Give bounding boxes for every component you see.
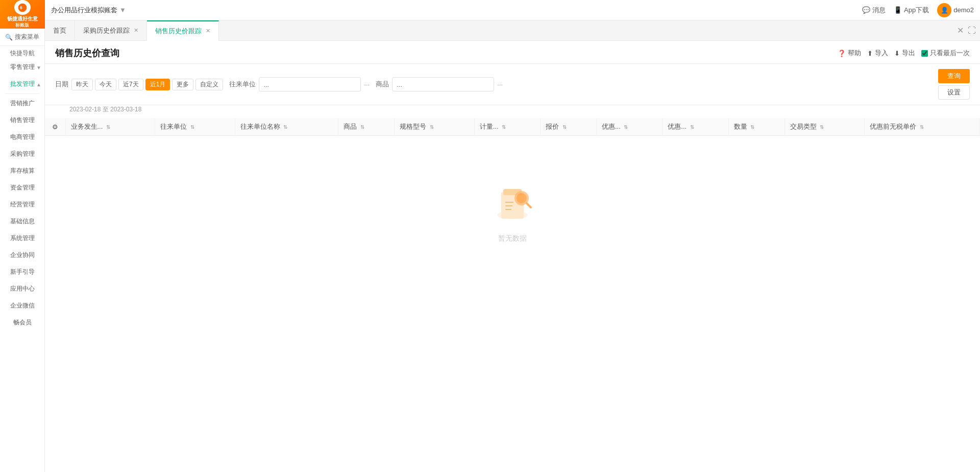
date-btn-custom[interactable]: 自定义: [195, 79, 223, 90]
table-container: ⚙ 业务发生... ⇅ 往来单位 ⇅ 往来单位名称 ⇅: [45, 118, 980, 284]
sort-icon-partner-name: ⇅: [283, 124, 287, 130]
app-download-label: App下载: [904, 6, 929, 15]
tab-purchase-history[interactable]: 采购历史价跟踪 ✕: [75, 20, 147, 41]
help-action[interactable]: ❓ 帮助: [838, 49, 861, 58]
sidebar-item-inventory[interactable]: 库存核算: [0, 162, 44, 179]
export-label: 导出: [902, 49, 915, 58]
sidebar-item-operation[interactable]: 经营管理: [0, 196, 44, 213]
query-button[interactable]: 查询: [938, 69, 970, 83]
col-partner-code[interactable]: 往来单位 ⇅: [155, 118, 235, 136]
sidebar-item-retail[interactable]: 零售管理 ▼: [0, 59, 44, 76]
user-profile-action[interactable]: 👤 demo2: [937, 3, 974, 17]
header-actions: 💬 消息 📱 App下载 👤 demo2: [862, 3, 974, 17]
settings-button[interactable]: 设置: [938, 85, 970, 100]
col-pretax-price[interactable]: 优惠前无税单价 ⇅: [864, 118, 979, 136]
col-goods[interactable]: 商品 ⇅: [338, 118, 395, 136]
partner-input[interactable]: [259, 77, 361, 91]
search-menu[interactable]: 🔍 搜索菜单: [0, 29, 44, 46]
sidebar-item-guide[interactable]: 新手引导: [0, 264, 44, 280]
tab-sales-history[interactable]: 销售历史价跟踪 ✕: [147, 20, 219, 41]
col-settings[interactable]: ⚙: [45, 118, 65, 136]
sidebar-item-finance[interactable]: 资金管理: [0, 179, 44, 196]
main-area: 办公用品行业模拟账套 ▼ 💬 消息 📱 App下载 👤 demo2 首页: [45, 0, 980, 472]
sidebar-divider-1: [5, 93, 40, 94]
col-discount2[interactable]: 优惠... ⇅: [663, 118, 728, 136]
goods-more-icon[interactable]: ···: [497, 81, 503, 88]
page-title-bar: 销售历史价查询 ❓ 帮助 ⬆ 导入 ⬇ 导出 只看最后一次: [45, 41, 980, 64]
message-action[interactable]: 💬 消息: [862, 6, 886, 15]
chevron-down-icon: ▼: [36, 64, 41, 70]
goods-label: 商品: [376, 80, 389, 89]
export-action[interactable]: ⬇ 导出: [894, 49, 915, 58]
sort-icon-unit: ⇅: [502, 124, 506, 130]
retail-label: 零售管理: [10, 63, 35, 72]
date-btn-more[interactable]: 更多: [172, 79, 193, 90]
tab-home[interactable]: 首页: [45, 20, 75, 41]
app-download-action[interactable]: 📱 App下载: [894, 6, 929, 15]
col-spec-label: 规格型号: [400, 123, 426, 130]
message-icon: 💬: [862, 6, 870, 14]
sidebar-item-system[interactable]: 系统管理: [0, 230, 44, 247]
basic-label: 基础信息: [10, 217, 35, 226]
sidebar-item-ecommerce[interactable]: 电商管理: [0, 129, 44, 146]
col-quantity[interactable]: 数量 ⇅: [728, 118, 785, 136]
tab-sales-history-label: 销售历史价跟踪: [155, 27, 202, 36]
username: demo2: [953, 6, 974, 14]
workspace-dropdown-icon[interactable]: ▼: [119, 6, 126, 14]
top-header: 办公用品行业模拟账套 ▼ 💬 消息 📱 App下载 👤 demo2: [45, 0, 980, 20]
app-sub: 标账版: [15, 22, 29, 29]
date-btn-1month[interactable]: 近1月: [145, 79, 170, 90]
col-partner-code-label: 往来单位: [160, 123, 187, 130]
tab-purchase-history-close[interactable]: ✕: [134, 27, 138, 34]
goods-input[interactable]: [392, 77, 494, 91]
date-label: 日期: [55, 80, 68, 89]
sidebar-item-member[interactable]: 畅会员: [0, 314, 44, 331]
date-buttons: 昨天 今天 近7天 近1月 更多 自定义: [71, 79, 223, 90]
avatar-icon: 👤: [941, 7, 948, 14]
tab-home-label: 首页: [53, 26, 66, 35]
tab-sales-history-close[interactable]: ✕: [206, 28, 210, 34]
sidebar-item-purchase[interactable]: 采购管理: [0, 146, 44, 162]
import-action[interactable]: ⬆ 导入: [867, 49, 888, 58]
partner-more-icon[interactable]: ···: [364, 81, 370, 88]
col-unit-label: 计量...: [480, 123, 499, 130]
partner-filter-group: 往来单位 ···: [229, 77, 370, 91]
date-btn-today[interactable]: 今天: [95, 79, 116, 90]
date-btn-7days[interactable]: 近7天: [118, 79, 143, 90]
member-label: 畅会员: [13, 318, 32, 327]
col-partner-name[interactable]: 往来单位名称 ⇅: [235, 118, 338, 136]
col-quantity-label: 数量: [734, 123, 747, 130]
col-price[interactable]: 报价 ⇅: [540, 118, 596, 136]
workspace-name: 办公用品行业模拟账套 ▼: [51, 6, 858, 15]
tab-purchase-history-label: 采购历史价跟踪: [83, 26, 130, 35]
sidebar-item-wholesale[interactable]: 批发管理 ▲: [0, 76, 44, 92]
only-last-label: 只看最后一次: [930, 49, 970, 58]
col-trade-type[interactable]: 交易类型 ⇅: [785, 118, 864, 136]
goods-filter-group: 商品 ···: [376, 77, 503, 91]
partner-label: 往来单位: [229, 80, 256, 89]
col-discount1[interactable]: 优惠... ⇅: [596, 118, 662, 136]
date-btn-yesterday[interactable]: 昨天: [71, 79, 93, 90]
import-label: 导入: [875, 49, 888, 58]
settings-icon[interactable]: ⚙: [52, 123, 58, 131]
marketing-label: 营销推广: [10, 99, 35, 108]
purchase-label: 采购管理: [10, 150, 35, 158]
col-discount2-label: 优惠...: [668, 123, 687, 130]
date-range-text: 2023-02-18 至 2023-03-18: [69, 106, 141, 113]
sidebar-item-basic[interactable]: 基础信息: [0, 213, 44, 230]
sidebar-item-wechat[interactable]: 企业微信: [0, 297, 44, 314]
appstore-label: 应用中心: [10, 285, 35, 293]
tab-maximize-icon[interactable]: ⛶: [968, 26, 976, 35]
sort-icon-partner-code: ⇅: [190, 124, 194, 130]
tab-close-all-icon[interactable]: ✕: [957, 26, 964, 35]
col-unit[interactable]: 计量... ⇅: [474, 118, 540, 136]
page-title-actions: ❓ 帮助 ⬆ 导入 ⬇ 导出 只看最后一次: [838, 49, 970, 58]
sidebar-item-marketing[interactable]: 营销推广: [0, 95, 44, 112]
col-spec[interactable]: 规格型号 ⇅: [395, 118, 474, 136]
col-biz-date[interactable]: 业务发生... ⇅: [65, 118, 155, 136]
only-last-checkbox[interactable]: [921, 50, 928, 57]
only-last-item[interactable]: 只看最后一次: [921, 49, 970, 58]
sidebar-item-appstore[interactable]: 应用中心: [0, 280, 44, 297]
sidebar-item-sales[interactable]: 销售管理: [0, 112, 44, 129]
sidebar-item-enterprise[interactable]: 企业协同: [0, 247, 44, 264]
